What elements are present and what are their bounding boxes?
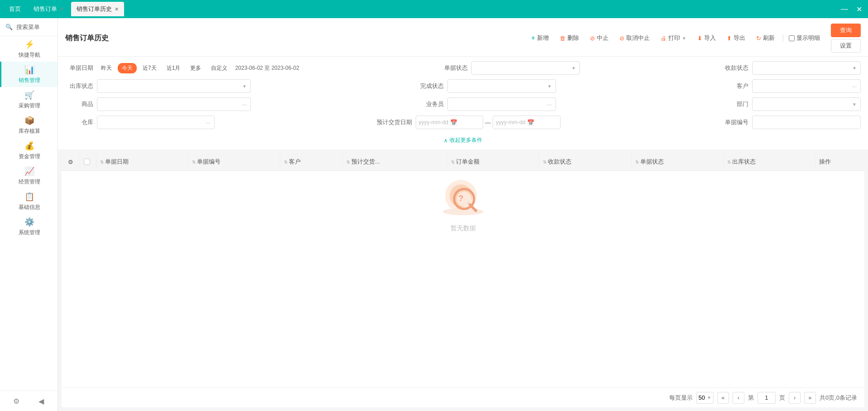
- department-select[interactable]: ▼: [752, 97, 861, 111]
- tab-sales-order-close[interactable]: ✕: [60, 6, 64, 12]
- sidebar-item-sales-mgmt[interactable]: 📊 销售管理: [0, 62, 58, 87]
- delete-button[interactable]: 🗑 删除: [557, 32, 582, 44]
- sort-doc-status-icon: ⇅: [635, 160, 639, 164]
- salesperson-input[interactable]: ···: [447, 97, 556, 111]
- date-tab-custom[interactable]: 自定义: [207, 63, 231, 73]
- th-doc-date[interactable]: ⇅ 单据日期: [96, 153, 188, 171]
- th-customer[interactable]: ⇅ 客户: [280, 153, 342, 171]
- header-checkbox[interactable]: [84, 159, 90, 165]
- customer-input[interactable]: ···: [752, 79, 861, 93]
- th-settings[interactable]: ⚙: [62, 153, 80, 171]
- query-button[interactable]: 查询: [831, 24, 861, 37]
- goods-input[interactable]: ···: [97, 97, 251, 111]
- sidebar-item-quick-nav[interactable]: ⚡ 快捷导航: [0, 36, 58, 62]
- print-button[interactable]: 🖨 打印 ▼: [658, 32, 689, 44]
- table-wrapper[interactable]: ⚙ ⇅ 单据日期: [62, 153, 864, 387]
- doc-number-input[interactable]: [752, 116, 861, 129]
- date-tab-1month[interactable]: 近1月: [163, 63, 185, 73]
- pagination: 每页显示 50 ▼ « ‹ 第 1 页 ›: [62, 387, 864, 407]
- display-detail-check[interactable]: 显示明细: [789, 34, 820, 42]
- export-icon: ⬆: [727, 35, 732, 42]
- sidebar-bottom: ⚙ ◀: [0, 391, 58, 411]
- sidebar-item-operations[interactable]: 📈 经营管理: [0, 163, 58, 189]
- page-title: 销售订单历史: [65, 34, 109, 43]
- first-page-icon: «: [722, 395, 725, 401]
- complete-status-select[interactable]: ▼: [447, 79, 556, 93]
- stop-label: 中止: [597, 34, 609, 42]
- new-label: 新增: [537, 34, 549, 42]
- tab-sales-order[interactable]: 销售订单 ✕: [28, 2, 69, 16]
- display-detail-checkbox[interactable]: [789, 35, 795, 41]
- tab-sales-order-history-close[interactable]: ✕: [115, 6, 119, 12]
- th-doc-number[interactable]: ⇅ 单据编号: [188, 153, 280, 171]
- department-label: 部门: [720, 100, 752, 108]
- sidebar-item-finance[interactable]: 💰 资金管理: [0, 138, 58, 163]
- top-bar-right: — ✕: [839, 4, 864, 15]
- warehouse-ellipsis: ···: [206, 119, 211, 126]
- filter-section: 单据日期 昨天 今天 近7天 近1月 更多 自定义 2023-06-02 至 2…: [58, 57, 868, 150]
- prev-page-button[interactable]: ‹: [733, 392, 744, 404]
- sidebar-settings-icon[interactable]: ⚙: [10, 395, 23, 407]
- th-outbound-status[interactable]: ⇅ 出库状态: [723, 153, 815, 171]
- th-doc-status[interactable]: ⇅ 单据状态: [631, 153, 723, 171]
- total-info: 共0页,0条记录: [820, 394, 857, 402]
- next-page-button[interactable]: ›: [789, 392, 801, 404]
- goods-label: 商品: [65, 100, 97, 108]
- sales-mgmt-icon: 📊: [24, 65, 34, 75]
- first-page-button[interactable]: «: [717, 392, 729, 404]
- sidebar-item-basic-info[interactable]: 📋 基础信息: [0, 189, 58, 214]
- date-tab-more[interactable]: 更多: [186, 63, 205, 73]
- receipt-status-label: 收款状态: [720, 64, 752, 72]
- warehouse-label: 仓库: [65, 118, 97, 126]
- expected-date-from[interactable]: yyyy-mm-dd 📅: [416, 116, 484, 129]
- refresh-button[interactable]: ↻ 刷新: [753, 32, 777, 44]
- doc-status-select[interactable]: ▼: [471, 61, 580, 75]
- th-order-amount[interactable]: ⇅ 订单金额: [447, 153, 539, 171]
- sales-mgmt-label: 销售管理: [19, 77, 40, 84]
- doc-status-label: 单据状态: [440, 64, 471, 72]
- date-tab-yesterday[interactable]: 昨天: [97, 63, 116, 73]
- sort-order-amount-icon: ⇅: [451, 160, 455, 164]
- receipt-status-arrow: ▼: [852, 66, 857, 71]
- export-button[interactable]: ⬆ 导出: [724, 32, 748, 44]
- expected-date-to[interactable]: yyyy-mm-dd 📅: [493, 116, 561, 129]
- minimize-button[interactable]: —: [839, 4, 850, 15]
- th-check[interactable]: [80, 153, 96, 171]
- outbound-status-select[interactable]: ▼: [97, 79, 251, 93]
- print-icon: 🖨: [661, 35, 667, 42]
- sidebar-item-inventory[interactable]: 📦 库存核算: [0, 112, 58, 138]
- tab-sales-order-history[interactable]: 销售订单历史 ✕: [71, 2, 124, 16]
- th-customer-label: 客户: [289, 158, 301, 166]
- stop-button[interactable]: ⊘ 中止: [587, 32, 611, 44]
- tab-sales-order-label: 销售订单: [34, 5, 57, 13]
- import-button[interactable]: ⬇ 导入: [695, 32, 719, 44]
- new-button[interactable]: + 新增: [528, 32, 551, 44]
- page-number-input[interactable]: 1: [758, 392, 776, 404]
- th-expected-date[interactable]: ⇅ 预计交货...: [342, 153, 447, 171]
- page-size-select[interactable]: 50 ▼: [696, 392, 714, 404]
- tab-home[interactable]: 首页: [4, 2, 26, 16]
- settings-button[interactable]: 设置: [831, 39, 861, 53]
- last-page-button[interactable]: »: [804, 392, 816, 404]
- quick-nav-label: 快捷导航: [19, 51, 40, 59]
- sidebar-item-sys-mgmt[interactable]: ⚙️ 系统管理: [0, 214, 58, 239]
- collapse-button[interactable]: ∧ 收起更多条件: [444, 136, 482, 144]
- cancel-stop-button[interactable]: ⊘ 取消中止: [617, 32, 652, 44]
- warehouse-input[interactable]: ···: [97, 116, 215, 129]
- main-layout: 🔍 搜索菜单 ⚡ 快捷导航 📊 销售管理 🛒 采购管理 📦 库存核算 💰 资金管…: [0, 18, 868, 411]
- th-operations-label: 操作: [819, 158, 831, 165]
- th-receipt-status[interactable]: ⇅ 收款状态: [539, 153, 631, 171]
- date-tab-7days[interactable]: 近7天: [139, 63, 161, 73]
- doc-date-label: 单据日期: [65, 64, 97, 72]
- calendar-to-icon: 📅: [527, 119, 534, 126]
- receipt-status-select[interactable]: ▼: [752, 61, 861, 75]
- sidebar-item-purchase-mgmt[interactable]: 🛒 采购管理: [0, 87, 58, 112]
- sidebar-collapse-icon[interactable]: ◀: [35, 395, 48, 407]
- th-order-amount-label: 订单金额: [456, 158, 480, 166]
- sidebar-item-search-menu[interactable]: 🔍 搜索菜单: [0, 18, 58, 36]
- complete-status-label: 完成状态: [416, 82, 447, 90]
- settings-gear-icon: ⚙: [68, 159, 73, 165]
- sort-icon: ⇅: [100, 160, 104, 164]
- date-tab-today[interactable]: 今天: [118, 63, 137, 73]
- close-window-button[interactable]: ✕: [854, 4, 864, 15]
